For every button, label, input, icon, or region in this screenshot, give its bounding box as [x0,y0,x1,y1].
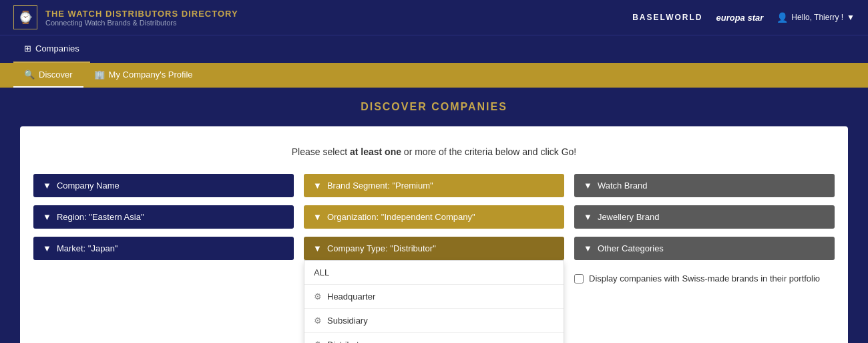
dropdown-subsidiary-label: Subsidiary [327,316,368,326]
company-name-filter[interactable]: ▼ Company Name [33,174,294,197]
instructions: Please select at least one or more of th… [33,146,835,157]
app-subtitle: Connecting Watch Brands & Distributors [45,19,238,27]
logo-box: ⌚ [13,5,37,29]
instructions-suffix: or more of the criteria below and click … [401,146,576,157]
dropdown-headquarter-label: Headquarter [327,292,375,302]
tab-bar: 🔍 Discover 🏢 My Company's Profile [0,63,868,88]
jewellery-brand-label: Jewellery Brand [598,212,660,222]
user-chevron-icon: ▼ [847,13,855,22]
dropdown-item-headquarter[interactable]: ⚙ Headquarter [304,285,564,309]
filter-icon-region: ▼ [43,212,51,222]
swiss-made-text: Display companies with Swiss-made brands… [589,273,820,283]
nav-bar: ⊞ Companies [0,35,868,63]
market-label: Market: "Japan" [57,243,118,253]
dropdown-item-distributor[interactable]: ⚙ Distributor [304,333,564,343]
market-filter[interactable]: ▼ Market: "Japan" [33,237,294,260]
swiss-made-checkbox[interactable] [574,274,584,283]
filter-icon-company-type: ▼ [313,243,322,253]
watch-brand-filter[interactable]: ▼ Watch Brand [574,174,835,197]
dropdown-all-label: ALL [314,267,329,277]
nav-companies-label: Companies [35,43,79,53]
baselworld-logo: BASELWORLD [632,13,702,22]
company-name-label: Company Name [57,181,120,191]
filter-icon-market: ▼ [43,243,51,253]
dropdown-item-subsidiary[interactable]: ⚙ Subsidiary [304,309,564,333]
organization-filter[interactable]: ▼ Organization: "Independent Company" [304,205,564,229]
region-filter[interactable]: ▼ Region: "Eastern Asia" [33,205,294,229]
header-left: ⌚ THE WATCH DISTRIBUTORS DIRECTORY Conne… [13,5,238,29]
dropdown-item-all[interactable]: ALL [304,261,564,285]
user-greeting: Hello, Thierry ! [791,13,843,22]
filter-column-2: ▼ Brand Segment: "Premium" ▼ Organizatio… [304,174,564,330]
brand-segment-filter[interactable]: ▼ Brand Segment: "Premium" [304,174,564,197]
filter-column-1: ▼ Company Name ▼ Region: "Eastern Asia" … [33,174,294,260]
europa-star-logo: europa star [716,13,763,23]
instructions-bold: at least one [350,146,401,157]
swiss-made-checkbox-label[interactable]: Display companies with Swiss-made brands… [574,273,835,283]
company-type-label: Company Type: "Distributor" [327,243,436,253]
other-categories-label: Other Categories [598,243,664,253]
company-type-dropdown-menu: ALL ⚙ Headquarter ⚙ Subsidiary ⚙ Distr [304,260,564,343]
company-type-dropdown-wrapper: ▼ Company Type: "Distributor" ALL ⚙ Head… [304,237,564,260]
my-profile-building-icon: 🏢 [94,70,105,80]
filter-icon-organization: ▼ [313,212,322,222]
region-label: Region: "Eastern Asia" [57,212,144,222]
subsidiary-settings-icon: ⚙ [314,316,322,326]
tab-my-profile[interactable]: 🏢 My Company's Profile [83,63,204,88]
app-title: THE WATCH DISTRIBUTORS DIRECTORY [45,9,238,19]
filter-icon-brand-segment: ▼ [313,181,322,191]
filter-icon-watch-brand: ▼ [584,181,592,191]
filter-icon-jewellery: ▼ [584,212,592,222]
filter-panel: Please select at least one or more of th… [20,126,848,343]
swiss-made-checkbox-row: Display companies with Swiss-made brands… [574,273,835,283]
jewellery-brand-filter[interactable]: ▼ Jewellery Brand [574,205,835,229]
brand-segment-label: Brand Segment: "Premium" [327,181,433,191]
discover-search-icon: 🔍 [24,70,35,80]
tab-my-profile-label: My Company's Profile [109,70,193,80]
watch-brand-label: Watch Brand [598,181,648,191]
logo-icon: ⌚ [18,10,33,25]
header-right: BASELWORLD europa star 👤 Hello, Thierry … [632,12,855,23]
tab-discover[interactable]: 🔍 Discover [13,63,83,88]
header: ⌚ THE WATCH DISTRIBUTORS DIRECTORY Conne… [0,0,868,35]
filter-icon-company: ▼ [43,181,51,191]
headquarter-settings-icon: ⚙ [314,292,322,302]
distributor-settings-icon: ⚙ [314,340,322,343]
tab-discover-label: Discover [39,70,73,80]
user-icon: 👤 [777,12,788,23]
header-text: THE WATCH DISTRIBUTORS DIRECTORY Connect… [45,9,238,27]
instructions-prefix: Please select [292,146,350,157]
nav-companies[interactable]: ⊞ Companies [13,35,90,63]
company-type-filter[interactable]: ▼ Company Type: "Distributor" [304,237,564,260]
section-title: DISCOVER COMPANIES [13,101,855,113]
filter-grid: ▼ Company Name ▼ Region: "Eastern Asia" … [33,174,835,330]
companies-grid-icon: ⊞ [24,43,31,53]
other-categories-filter[interactable]: ▼ Other Categories [574,237,835,260]
main-content: DISCOVER COMPANIES Please select at leas… [0,88,868,343]
user-info[interactable]: 👤 Hello, Thierry ! ▼ [777,12,855,23]
dropdown-distributor-label: Distributor [327,340,367,343]
filter-column-3: ▼ Watch Brand ▼ Jewellery Brand ▼ Other … [574,174,835,283]
filter-icon-other: ▼ [584,243,592,253]
organization-label: Organization: "Independent Company" [327,212,475,222]
